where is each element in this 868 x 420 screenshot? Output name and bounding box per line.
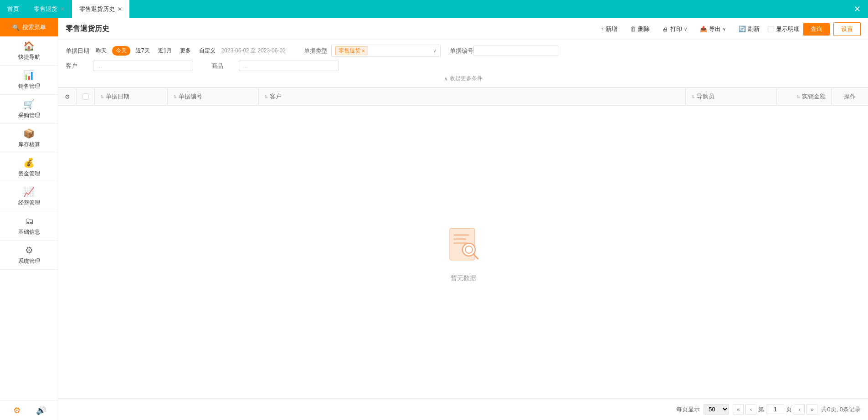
print-button[interactable]: 🖨 打印 ∨: [658, 23, 692, 35]
tab-retail-history-close[interactable]: ✕: [118, 6, 122, 12]
sidebar-item-sales[interactable]: 📊 销售管理: [0, 66, 58, 95]
goods-input[interactable]: ...: [239, 61, 339, 71]
th-date-sort: ⇅: [100, 94, 104, 99]
export-icon: 📤: [700, 26, 707, 32]
header-actions: + 新增 🗑 删除 🖨 打印 ∨ 📤 导出 ∨ 🔄 刷新: [596, 22, 861, 36]
sidebar-item-basic[interactable]: 🗂 基础信息: [0, 211, 58, 241]
print-icon: 🖨: [663, 26, 668, 32]
next-page-button[interactable]: ›: [794, 404, 805, 415]
delete-button[interactable]: 🗑 删除: [626, 23, 654, 35]
tab-retail-history[interactable]: 零售退货历史 ✕: [72, 0, 129, 18]
select-all-checkbox[interactable]: [82, 93, 89, 100]
query-button[interactable]: 查询: [803, 23, 830, 36]
prev-page-button[interactable]: ‹: [745, 404, 756, 415]
column-settings-icon: ⚙: [65, 93, 70, 100]
filter-area: 单据日期 昨天 今天 近7天 近1月 更多 自定义 2023-06-02 至 2…: [58, 40, 868, 87]
tab-retail-return[interactable]: 零售退货 ✕: [26, 0, 72, 18]
svg-rect-1: [453, 234, 469, 236]
sidebar-item-finance[interactable]: 💰 资金管理: [0, 153, 58, 182]
nav-icon: 🏠: [23, 41, 35, 51]
finance-icon: 💰: [23, 157, 35, 168]
type-tag-value: 零售退货: [339, 47, 360, 55]
filter-dates: 昨天 今天 近7天 近1月 更多 自定义 2023-06-02 至 2023-0…: [93, 46, 286, 56]
refresh-icon: 🔄: [739, 26, 746, 32]
display-detail-label: 显示明细: [776, 25, 800, 33]
page-title: 零售退货历史: [66, 24, 596, 34]
date-today[interactable]: 今天: [112, 46, 130, 56]
tab-retail-return-close[interactable]: ✕: [60, 6, 65, 12]
sidebar-item-finance-label: 资金管理: [18, 170, 40, 178]
tab-home[interactable]: 首页: [0, 0, 26, 18]
page-label: 第: [758, 405, 764, 414]
th-check[interactable]: [77, 88, 95, 105]
th-settings[interactable]: ⚙: [58, 88, 77, 105]
sidebar-item-basic-label: 基础信息: [18, 228, 40, 236]
system-icon: ⚙: [25, 245, 33, 256]
sidebar-item-operations[interactable]: 📈 经营管理: [0, 182, 58, 211]
delete-icon: 🗑: [630, 26, 636, 32]
refresh-button[interactable]: 🔄 刷新: [734, 23, 764, 35]
sidebar-item-inventory[interactable]: 📦 库存核算: [0, 124, 58, 153]
table-area: ⚙ ⇅ 单据日期 ⇅ 单据编号 ⇅ 客户 ⇅: [58, 87, 868, 420]
th-guide-label: 导购员: [697, 92, 714, 101]
collapse-icon: ∧: [444, 76, 448, 82]
sidebar-item-operations-label: 经营管理: [18, 199, 40, 207]
type-select-arrow: ∨: [433, 48, 437, 54]
date-label: 单据日期: [66, 47, 93, 55]
content-area: 零售退货历史 + 新增 🗑 删除 🖨 打印 ∨ 📤 导出 ∨: [58, 18, 868, 420]
type-tag: 零售退货 ×: [335, 46, 368, 55]
th-customer-label: 客户: [270, 92, 282, 101]
th-guide: ⇅ 导购员: [686, 88, 777, 105]
date-7days[interactable]: 近7天: [133, 46, 153, 56]
th-customer-sort: ⇅: [264, 94, 268, 99]
first-page-button[interactable]: «: [733, 404, 744, 415]
date-yesterday[interactable]: 昨天: [93, 46, 109, 56]
th-actions-label: 操作: [844, 92, 856, 101]
goods-placeholder: ...: [243, 62, 248, 69]
date-1month[interactable]: 近1月: [155, 46, 175, 56]
per-page-label: 每页显示: [676, 405, 700, 414]
date-custom[interactable]: 自定义: [196, 46, 218, 56]
topbar-close[interactable]: ✕: [854, 4, 868, 14]
last-page-button[interactable]: »: [806, 404, 817, 415]
goods-label: 商品: [211, 62, 239, 70]
page-summary: 共0页, 0条记录: [821, 405, 861, 414]
sidebar-item-nav[interactable]: 🏠 快捷导航: [0, 36, 58, 66]
per-page-select[interactable]: 50 10 20 100: [704, 404, 729, 415]
th-id: ⇅ 单据编号: [168, 88, 259, 105]
export-arrow: ∨: [723, 26, 726, 31]
detail-checkbox[interactable]: [768, 26, 774, 32]
collapse-button[interactable]: ∧ 收起更多条件: [444, 75, 483, 82]
settings-bottom-icon[interactable]: ⚙: [10, 404, 24, 417]
filter-row-1: 单据日期 昨天 今天 近7天 近1月 更多 自定义 2023-06-02 至 2…: [66, 45, 861, 57]
th-amount-label: 实销金额: [802, 92, 826, 101]
sidebar-item-system-label: 系统管理: [18, 257, 40, 265]
new-button[interactable]: + 新增: [596, 23, 622, 35]
sidebar-item-purchase[interactable]: 🛒 采购管理: [0, 95, 58, 124]
tab-retail-history-label: 零售退货历史: [79, 5, 115, 13]
id-input[interactable]: [473, 46, 558, 56]
inventory-icon: 📦: [23, 128, 35, 139]
sidebar-item-system[interactable]: ⚙ 系统管理: [0, 241, 58, 270]
type-tag-close[interactable]: ×: [362, 48, 365, 54]
sidebar-search[interactable]: 🔍 搜索菜单: [0, 18, 58, 36]
print-label: 打印: [670, 25, 682, 33]
export-button[interactable]: 📤 导出 ∨: [695, 23, 730, 35]
customer-input[interactable]: ...: [93, 61, 193, 71]
tab-retail-return-label: 零售退货: [34, 5, 57, 13]
sidebar: 🔍 搜索菜单 🏠 快捷导航 📊 销售管理 🛒 采购管理 📦 库存核算 💰: [0, 18, 58, 420]
page-input[interactable]: [766, 405, 784, 414]
date-more[interactable]: 更多: [177, 46, 194, 56]
search-icon: 🔍: [12, 24, 20, 31]
audio-icon[interactable]: 🔊: [34, 404, 48, 417]
empty-text: 暂无数据: [451, 274, 476, 282]
sales-icon: 📊: [23, 70, 35, 81]
collapse-row: ∧ 收起更多条件: [66, 75, 861, 82]
sidebar-item-inventory-label: 库存核算: [18, 141, 40, 149]
purchase-icon: 🛒: [23, 99, 35, 110]
sidebar-item-sales-label: 销售管理: [18, 82, 40, 90]
settings-button[interactable]: 设置: [833, 22, 861, 36]
type-select[interactable]: 零售退货 × ∨: [331, 45, 441, 57]
th-date: ⇅ 单据日期: [95, 88, 168, 105]
empty-state: 暂无数据: [58, 106, 868, 398]
